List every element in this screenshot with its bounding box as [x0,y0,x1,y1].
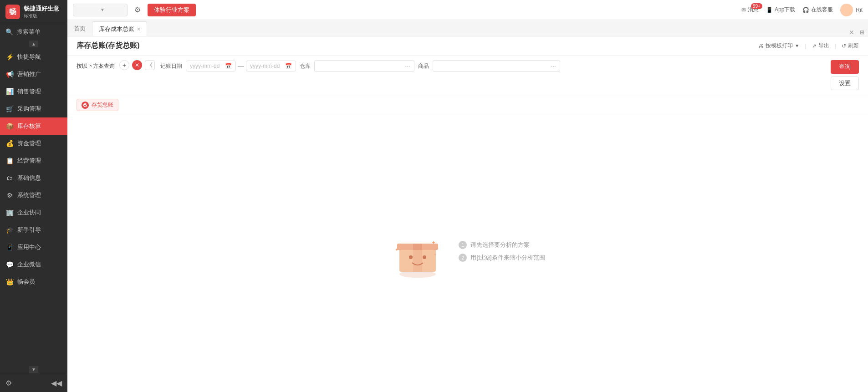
user-area[interactable]: Rit [840,4,863,16]
sidebar-item-sales[interactable]: 📊 销售管理 [0,83,67,100]
scheme-label: 存货总账 [92,101,113,109]
sidebar-item-wechat[interactable]: 💬 企业微信 [0,256,67,273]
empty-hint-2-text: 用[过滤]条件来缩小分析范围 [470,254,545,262]
sidebar-item-basic[interactable]: 🗂 基础信息 [0,169,67,187]
wechat-icon: 💬 [5,261,14,268]
page-content: 库存总账(存货总账) 🖨 按模板打印 ▼ | ↗ 导出 | ↺ 刷新 [67,36,868,392]
tab-close-btn[interactable]: × [137,26,140,32]
expand-panel-btn[interactable]: ⊞ [858,29,866,36]
page-header: 库存总账(存货总账) 🖨 按模板打印 ▼ | ↗ 导出 | ↺ 刷新 [67,36,868,56]
sidebar-item-marketing[interactable]: 📢 营销推广 [0,66,67,83]
notification-badge: 99+ [751,3,762,9]
svg-text:✦: ✦ [434,253,437,257]
filter-add-btn[interactable]: + [119,60,129,70]
filter-row: 按以下方案查询 + ✕ 《 记账日期 yyyy-mm-dd 📅 — yyyy-m… [67,56,868,95]
app-title: 畅捷通好生意 [24,5,59,13]
print-label: 按模板打印 [766,42,793,50]
sidebar-item-operations[interactable]: 📋 经营管理 [0,152,67,169]
svg-rect-5 [413,244,422,250]
app-download-btn[interactable]: 📱 App下载 [766,6,795,14]
sidebar-item-apps[interactable]: 📱 应用中心 [0,239,67,256]
warehouse-label: 仓库 [300,62,311,70]
app-logo[interactable]: 畅 畅捷通好生意 标准版 [0,0,67,24]
sidebar-item-member[interactable]: 👑 畅会员 [0,273,67,290]
sidebar-settings-btn[interactable]: ⚙ [5,379,12,387]
print-btn[interactable]: 🖨 按模板打印 ▼ [758,42,799,50]
svg-rect-4 [413,247,422,272]
page-title: 库存总账(存货总账) [77,41,140,51]
topbar-gear-btn[interactable]: ⚙ [131,4,144,16]
export-btn[interactable]: ↗ 导出 [812,42,829,50]
apps-icon: 📱 [5,244,14,251]
dropdown-arrow: ▼ [100,7,123,12]
sidebar-item-purchase[interactable]: 🛒 采购管理 [0,100,67,117]
member-icon: 👑 [5,278,14,285]
online-service-btn[interactable]: 🎧 在线客服 [802,6,833,14]
notification-btn[interactable]: ✉ 消息 99+ [741,6,759,14]
date-input: yyyy-mm-dd 📅 — yyyy-mm-dd 📅 [186,61,296,71]
date-end-field[interactable]: yyyy-mm-dd 📅 [246,61,296,71]
sidebar-scroll-up[interactable]: ▲ [29,41,38,47]
sidebar-item-system[interactable]: ⚙ 系统管理 [0,187,67,204]
empty-illustration: ✦ ✦ ✦ [390,226,445,281]
sidebar-item-inventory[interactable]: 📦 库存核算 [0,117,67,135]
sidebar-item-label: 新手引导 [17,226,41,234]
system-icon: ⚙ [5,192,14,199]
filter-expand-btn[interactable]: 《 [145,60,155,70]
dropdown-value [77,6,100,14]
enterprise-icon: 🏢 [5,209,14,216]
filter-actions: 查询 设置 [831,60,859,90]
gear-icon: ⚙ [134,5,141,14]
export-label: 导出 [818,42,829,50]
calendar-start-icon: 📅 [225,63,232,69]
product-field[interactable]: ··· [433,60,560,72]
search-icon: 🔍 [5,28,13,36]
sidebar-item-label: 基础信息 [17,174,41,182]
date-start-field[interactable]: yyyy-mm-dd 📅 [186,61,236,71]
filter-close-btn[interactable]: ✕ [132,60,142,70]
refresh-icon: ↺ [842,43,846,49]
sidebar-item-label: 销售管理 [17,87,41,96]
sidebar-item-newbie[interactable]: 🎓 新手引导 [0,221,67,239]
sidebar-scroll-down[interactable]: ▼ [29,366,38,373]
sales-icon: 📊 [5,88,14,95]
sidebar-item-label: 企业协同 [17,209,41,217]
sidebar-item-quick-nav[interactable]: ⚡ 快捷导航 [0,48,67,66]
tab-inventory-cost-label: 库存成本总账 [99,25,134,33]
empty-state: ✦ ✦ ✦ 1 请先选择要分析的方案 2 用[过滤]条件来缩小分析范围 [67,115,868,392]
sidebar-footer: ⚙ ◀◀ [0,374,67,392]
scheme-item[interactable]: 存货总账 [77,99,118,111]
user-avatar [840,4,853,16]
tab-inventory-cost[interactable]: 库存成本总账 × [92,21,147,36]
svg-point-6 [409,255,413,259]
export-icon: ↗ [812,43,817,49]
app-download-label: App下载 [775,6,795,14]
tabs-bar: 首页 库存成本总账 × ✕ ⊞ [67,20,868,36]
setting-btn[interactable]: 设置 [831,76,859,90]
print-dropdown-icon: ▼ [795,43,799,48]
date-separator: — [238,62,244,70]
sidebar-item-funds[interactable]: 💰 资金管理 [0,135,67,152]
sidebar-search[interactable]: 🔍 搜索菜单 [0,24,67,40]
marketing-icon: 📢 [5,71,14,78]
app-subtitle: 标准版 [24,13,59,19]
funds-icon: 💰 [5,140,14,147]
topbar-nav-dropdown[interactable]: ▼ [73,4,128,16]
sidebar-item-enterprise[interactable]: 🏢 企业协同 [0,204,67,221]
sidebar-collapse-btn[interactable]: ◀◀ [51,379,62,387]
warehouse-more-icon: ··· [405,62,410,70]
inventory-icon: 📦 [5,122,14,130]
warehouse-field[interactable]: ··· [314,60,414,72]
sidebar-item-label: 经营管理 [17,157,41,165]
tab-home[interactable]: 首页 [67,21,92,36]
page-header-actions: 🖨 按模板打印 ▼ | ↗ 导出 | ↺ 刷新 [758,42,859,50]
close-panel-btn[interactable]: ✕ [847,29,856,36]
sidebar-item-label: 应用中心 [17,243,41,251]
topbar: ▼ ⚙ 体验行业方案 ✉ 消息 99+ 📱 App下载 🎧 在线客服 [67,0,868,20]
svg-point-7 [423,255,426,259]
industry-btn[interactable]: 体验行业方案 [148,4,196,16]
svg-text:✦: ✦ [431,239,436,246]
sidebar-item-label: 畅会员 [17,278,35,286]
query-btn[interactable]: 查询 [831,60,859,74]
refresh-btn[interactable]: ↺ 刷新 [842,42,859,50]
